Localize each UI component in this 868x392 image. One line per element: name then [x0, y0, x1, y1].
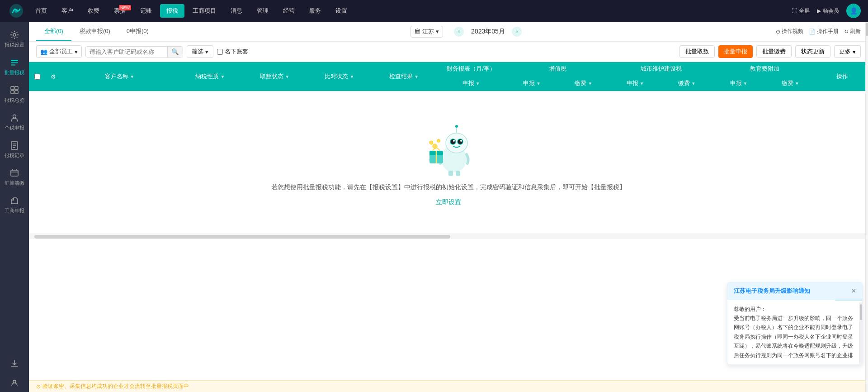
- month-nav: ‹ 2023年05月 ›: [454, 27, 522, 37]
- province-icon: 🏛: [415, 28, 420, 35]
- vat-declare-filter[interactable]: ▼: [536, 81, 541, 86]
- vat-pay-filter[interactable]: ▼: [588, 81, 592, 86]
- batch-pay-btn[interactable]: 批量缴费: [756, 45, 792, 58]
- employee-filter[interactable]: 👥 全部员工 ▾: [36, 45, 82, 58]
- video-icon: ⊙: [776, 29, 780, 35]
- nav-message[interactable]: 消息: [224, 4, 249, 18]
- city-group-header: 城市维护建设税: [609, 62, 713, 76]
- filter-button[interactable]: 筛选 ▾: [187, 45, 213, 58]
- annual-settle-icon: [9, 168, 19, 178]
- video-action[interactable]: ⊙ 操作视频: [776, 28, 803, 35]
- sidebar-item-personal-tax[interactable]: 个税申报: [0, 108, 29, 136]
- customer-filter-icon[interactable]: ▼: [130, 74, 134, 79]
- svg-rect-8: [11, 91, 14, 94]
- fullscreen-icon: ⛶: [792, 8, 797, 14]
- user-avatar[interactable]: 👤: [846, 4, 861, 18]
- filter-chevron-icon: ▾: [205, 48, 208, 55]
- empty-message: 若您想使用批量报税功能，请先在【报税设置】中进行报税的初始化设置，完成密码验证和…: [271, 182, 626, 193]
- taxtype-filter-icon[interactable]: ▼: [220, 74, 225, 79]
- sidebar-item-tax-settings[interactable]: 报税设置: [0, 25, 29, 53]
- sidebar-download[interactable]: [0, 354, 29, 373]
- sidebar-item-business-report[interactable]: 工商年报: [0, 191, 29, 219]
- search-input[interactable]: [86, 47, 167, 57]
- sidebar-label-tax-record: 报税记录: [5, 152, 24, 159]
- select-all-checkbox[interactable]: [34, 74, 40, 80]
- notification-panel: 江苏电子税务局升级影响通知 × 尊敬的用户： 受当前电子税务局进一步升级的影响，…: [727, 282, 863, 365]
- sidebar-item-overview[interactable]: 报税总览: [0, 81, 29, 108]
- book-icon: 📄: [809, 29, 816, 35]
- app-logo[interactable]: [7, 2, 25, 20]
- nav-home[interactable]: 首页: [29, 4, 53, 18]
- page-scrollbar[interactable]: [865, 22, 868, 392]
- nav-invoice[interactable]: 票据 NEW: [108, 4, 132, 18]
- svg-point-26: [433, 144, 437, 148]
- search-button[interactable]: 🔍: [167, 47, 183, 57]
- account-checkbox[interactable]: [217, 49, 223, 55]
- horizontal-scrollbar[interactable]: [29, 234, 868, 239]
- tab-zero-declare[interactable]: 0申报(0): [118, 23, 157, 41]
- page-scroll-thumb: [866, 23, 868, 36]
- gear-icon[interactable]: ⚙: [51, 73, 56, 80]
- sidebar-item-batch-tax[interactable]: 批量报税: [0, 53, 29, 81]
- tax-settings-icon: [9, 30, 19, 40]
- vip-btn[interactable]: ▶ 畅会员: [817, 7, 839, 15]
- refresh-action[interactable]: ↻ 刷新: [844, 28, 861, 35]
- download-icon: [9, 359, 19, 368]
- nav-business[interactable]: 工商项目: [186, 4, 222, 18]
- employee-icon: 👥: [40, 48, 47, 55]
- city-pay-filter[interactable]: ▼: [691, 81, 696, 86]
- notification-scroll-thumb: [860, 304, 862, 320]
- financial-report-group-header: 财务报表（月/季）: [436, 62, 506, 76]
- education-group-header: 教育费附加: [713, 62, 816, 76]
- robot-illustration: [421, 118, 476, 172]
- city-declare-filter[interactable]: ▼: [640, 81, 644, 86]
- notification-scrollbar[interactable]: [859, 302, 862, 364]
- svg-point-28: [437, 139, 440, 143]
- notification-body: 尊敬的用户： 受当前电子税务局进一步升级的影响，同一个政务网账号（办税人）名下的…: [727, 300, 862, 364]
- fetch-filter-icon[interactable]: ▼: [285, 74, 289, 79]
- next-month-btn[interactable]: ›: [512, 27, 522, 37]
- compare-filter-icon[interactable]: ▼: [349, 74, 354, 79]
- sidebar-label-batch-tax: 批量报税: [5, 69, 24, 76]
- sidebar-item-tax-record[interactable]: 报税记录: [0, 136, 29, 163]
- tab-all[interactable]: 全部(0): [36, 23, 71, 41]
- edu-pay-filter[interactable]: ▼: [795, 81, 799, 86]
- more-btn[interactable]: 更多 ▾: [834, 45, 861, 58]
- prev-month-btn[interactable]: ‹: [454, 27, 464, 37]
- batch-declare-btn[interactable]: 批量申报: [718, 45, 753, 58]
- chevron-down-icon: ▾: [436, 28, 439, 35]
- svg-rect-3: [11, 60, 18, 61]
- nav-service[interactable]: 服务: [303, 4, 327, 18]
- nav-operation[interactable]: 经营: [277, 4, 301, 18]
- province-selector[interactable]: 🏛 江苏 ▾: [410, 26, 443, 38]
- tab-tax-declare[interactable]: 税款申报(0): [71, 23, 118, 41]
- overview-icon: [9, 85, 19, 95]
- svg-rect-12: [11, 170, 18, 176]
- nav-fee[interactable]: 收费: [81, 4, 106, 18]
- account-checkbox-label: 名下账套: [217, 48, 248, 56]
- svg-point-22: [455, 125, 458, 128]
- status-text: 验证账密、采集信息均成功的企业才会流转至批量报税页面中: [42, 382, 189, 390]
- batch-fetch-btn[interactable]: 批量取数: [679, 45, 715, 58]
- setup-link[interactable]: 立即设置: [436, 198, 461, 206]
- check-filter-icon[interactable]: ▼: [414, 74, 419, 79]
- tabs-nav: 全部(0) 税款申报(0) 0申报(0): [36, 23, 157, 41]
- notification-close-btn[interactable]: ×: [852, 287, 856, 295]
- nav-items: 首页 客户 收费 票据 NEW 记账 报税 工商项目 消息 管理 经营 服务 设…: [29, 4, 792, 18]
- current-month: 2023年05月: [467, 28, 508, 36]
- status-update-btn[interactable]: 状态更新: [795, 45, 830, 58]
- fullscreen-btn[interactable]: ⛶ 全屏: [792, 7, 810, 15]
- fin-report-sub-filter[interactable]: ▼: [476, 81, 480, 86]
- sidebar-item-annual-settle[interactable]: 汇算清缴: [0, 163, 29, 191]
- nav-manage[interactable]: 管理: [250, 4, 275, 18]
- manual-action[interactable]: 📄 操作手册: [809, 28, 839, 35]
- svg-rect-30: [456, 171, 460, 176]
- edu-declare-filter[interactable]: ▼: [743, 81, 748, 86]
- nav-customer[interactable]: 客户: [55, 4, 80, 18]
- nav-bookkeeping[interactable]: 记账: [134, 4, 158, 18]
- sidebar-user[interactable]: [0, 373, 29, 392]
- svg-point-1: [14, 9, 18, 13]
- nav-settings[interactable]: 设置: [329, 4, 354, 18]
- nav-tax[interactable]: 报税: [160, 4, 184, 18]
- top-navigation: 首页 客户 收费 票据 NEW 记账 报税 工商项目 消息 管理 经营 服务 设…: [0, 0, 868, 22]
